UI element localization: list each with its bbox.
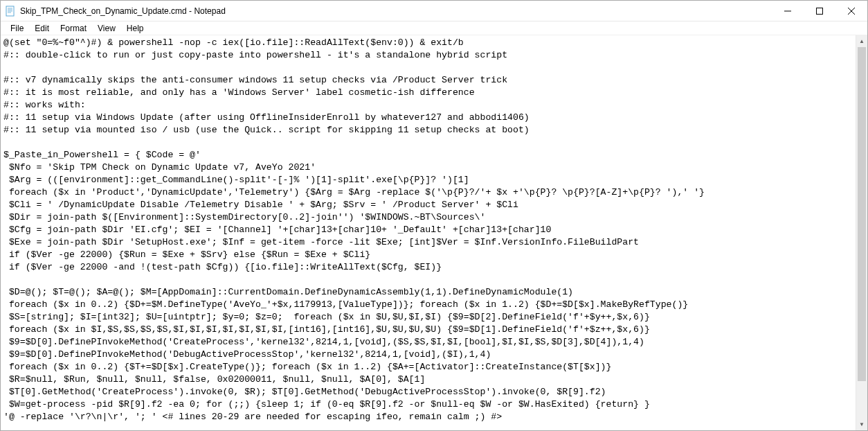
scroll-track[interactable] xyxy=(856,47,867,419)
vertical-scrollbar[interactable]: ▲ ▼ xyxy=(856,35,867,430)
menubar: File Edit Format View Help xyxy=(1,21,867,35)
close-button[interactable] xyxy=(835,1,867,21)
menu-help[interactable]: Help xyxy=(121,22,150,35)
scroll-thumb[interactable] xyxy=(858,47,866,381)
text-editor[interactable]: @(set "0=%~f0"^)#) & powershell -nop -c … xyxy=(1,35,856,430)
scroll-down-arrow[interactable]: ▼ xyxy=(856,419,867,430)
scroll-up-arrow[interactable]: ▲ xyxy=(856,35,867,47)
maximize-button[interactable] xyxy=(804,1,835,21)
titlebar: Skip_TPM_Check_on_Dynamic_Update.cmd - N… xyxy=(1,1,867,21)
window-title: Skip_TPM_Check_on_Dynamic_Update.cmd - N… xyxy=(20,6,772,16)
minimize-button[interactable] xyxy=(772,1,804,21)
menu-file[interactable]: File xyxy=(5,22,29,35)
menu-view[interactable]: View xyxy=(92,22,121,35)
menu-format[interactable]: Format xyxy=(55,22,92,35)
window-controls xyxy=(772,1,867,21)
notepad-icon xyxy=(5,6,16,17)
menu-edit[interactable]: Edit xyxy=(29,22,55,35)
content-area: @(set "0=%~f0"^)#) & powershell -nop -c … xyxy=(1,35,867,430)
svg-rect-6 xyxy=(817,8,823,14)
